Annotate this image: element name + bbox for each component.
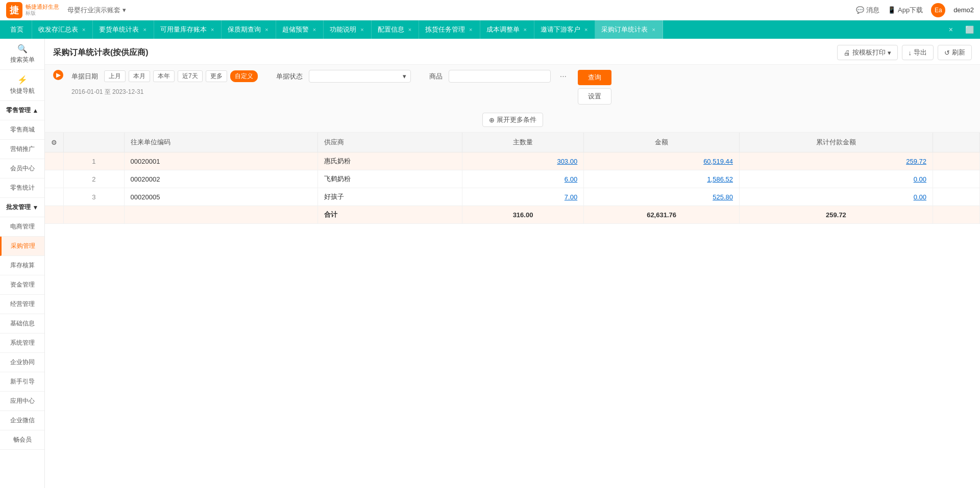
logo-area: 捷 畅捷通好生意 标版 bbox=[6, 2, 59, 18]
download-icon: 📱 bbox=[888, 6, 896, 14]
row-amount-1[interactable]: 60,519.44 bbox=[584, 152, 740, 170]
row-qty-3[interactable]: 7.00 bbox=[462, 188, 583, 206]
row-amount-2[interactable]: 1,586.52 bbox=[584, 170, 740, 188]
shortcut-7days[interactable]: 近7天 bbox=[178, 70, 203, 82]
col-settings[interactable]: ⚙ bbox=[45, 133, 64, 152]
tab-inventory-book[interactable]: 可用量库存账本 × bbox=[154, 20, 222, 39]
filter-left: 单据日期 上月 本月 本年 近7天 更多 自定义 单据状态 ▾ bbox=[71, 70, 570, 96]
footer-settings bbox=[45, 206, 64, 224]
row-paid-2[interactable]: 0.00 bbox=[739, 170, 933, 188]
query-buttons: 查询 设置 bbox=[578, 70, 611, 105]
data-table: ⚙ 往来单位编码 供应商 主数量 金额 累计付款金额 1 00020001 bbox=[45, 133, 980, 224]
query-button[interactable]: 查询 bbox=[578, 70, 611, 85]
close-tab-over-storage[interactable]: × bbox=[312, 25, 317, 34]
close-tab-func-desc[interactable]: × bbox=[359, 25, 364, 34]
message-icon: 💬 bbox=[856, 6, 864, 14]
sidebar-item-enterprise[interactable]: 企业协同 bbox=[0, 353, 44, 372]
sidebar-item-retail[interactable]: 零售管理 ▲ bbox=[0, 101, 44, 120]
close-tab-invite-downstream[interactable]: × bbox=[583, 25, 589, 34]
chevron-down-icon: ▾ bbox=[888, 49, 891, 57]
close-tab-inventory-book[interactable]: × bbox=[210, 25, 215, 34]
tab-purchase-summary[interactable]: 要货单统计表 × bbox=[93, 20, 154, 39]
row-code-1: 00020001 bbox=[124, 152, 317, 170]
refresh-button[interactable]: ↺ 刷新 bbox=[938, 45, 972, 60]
close-tab-pick-task[interactable]: × bbox=[468, 25, 473, 34]
tab-invite-downstream[interactable]: 邀请下游客户 × bbox=[534, 20, 595, 39]
template-print-button[interactable]: 🖨 按模板打印 ▾ bbox=[837, 45, 898, 60]
user-name[interactable]: demo2 bbox=[953, 6, 974, 14]
shortcut-this-month[interactable]: 本月 bbox=[129, 70, 150, 82]
sidebar-item-new-guide[interactable]: 新手引导 bbox=[0, 372, 44, 392]
close-tab-purchase-summary[interactable]: × bbox=[142, 25, 147, 34]
col-num-header bbox=[64, 133, 125, 152]
tab-pick-task[interactable]: 拣货任务管理 × bbox=[419, 20, 480, 39]
sidebar-item-retail-stats[interactable]: 零售统计 bbox=[0, 178, 44, 198]
sidebar-item-purchase[interactable]: 采购管理 bbox=[0, 237, 44, 256]
shortcut-this-year[interactable]: 本年 bbox=[153, 70, 175, 82]
tab-purchase-order-summary[interactable]: 采购订单统计表 × bbox=[595, 20, 663, 39]
expand-conditions-button[interactable]: ⊕ 展开更多条件 bbox=[482, 113, 543, 127]
export-button[interactable]: ↓ 导出 bbox=[902, 45, 934, 60]
tab-expiry-query[interactable]: 保质期查询 × bbox=[222, 20, 276, 39]
tab-over-storage[interactable]: 超储预警 × bbox=[276, 20, 324, 39]
goods-input[interactable] bbox=[449, 70, 551, 83]
row-paid-1[interactable]: 259.72 bbox=[739, 152, 933, 170]
row-num-2: 2 bbox=[64, 170, 125, 188]
sidebar-item-wholesale[interactable]: 批发管理 ▼ bbox=[0, 198, 44, 217]
row-paid-3[interactable]: 0.00 bbox=[739, 188, 933, 206]
close-tab-config-info[interactable]: × bbox=[407, 25, 412, 34]
shortcut-more[interactable]: 更多 bbox=[206, 70, 227, 82]
nav-tabs-end: × ⬜ bbox=[945, 23, 978, 36]
row-extra-2 bbox=[933, 170, 979, 188]
sidebar-item-inventory[interactable]: 库存核算 bbox=[0, 256, 44, 275]
close-tab-cost-adjust[interactable]: × bbox=[523, 25, 528, 34]
tab-home[interactable]: 首页 bbox=[2, 20, 32, 39]
sidebar-item-enterprise-wechat[interactable]: 企业微信 bbox=[0, 411, 44, 430]
tab-cost-adjust[interactable]: 成本调整单 × bbox=[480, 20, 534, 39]
collapse-button[interactable]: ▶ bbox=[53, 70, 63, 80]
nav-tabs: 首页 收发存汇总表 × 要货单统计表 × 可用量库存账本 × 保质期查询 × 超… bbox=[0, 20, 980, 39]
workspace-selector[interactable]: 母婴行业演示账套 ▾ bbox=[63, 4, 130, 17]
close-tab-receive-summary[interactable]: × bbox=[81, 25, 86, 34]
close-all-tabs-button[interactable]: × bbox=[945, 23, 957, 36]
app-download-action[interactable]: 📱 App下载 bbox=[888, 6, 923, 15]
footer-num bbox=[64, 206, 125, 224]
sidebar-item-system[interactable]: 系统管理 bbox=[0, 333, 44, 353]
tab-receive-summary[interactable]: 收发存汇总表 × bbox=[32, 20, 93, 39]
sidebar-item-member2[interactable]: 畅会员 bbox=[0, 430, 44, 450]
row-qty-2[interactable]: 6.00 bbox=[462, 170, 583, 188]
table-row: 1 00020001 惠氏奶粉 303.00 60,519.44 259.72 bbox=[45, 152, 980, 170]
table-row: 3 00020005 好孩子 7.00 525.80 0.00 bbox=[45, 188, 980, 206]
row-settings-1 bbox=[45, 152, 64, 170]
close-tab-purchase-order-summary[interactable]: × bbox=[651, 25, 656, 34]
sidebar-item-operations[interactable]: 经营管理 bbox=[0, 295, 44, 314]
close-tab-expiry-query[interactable]: × bbox=[264, 25, 269, 34]
sidebar-item-member[interactable]: 会员中心 bbox=[0, 159, 44, 178]
sidebar-item-app-center[interactable]: 应用中心 bbox=[0, 392, 44, 411]
row-amount-3[interactable]: 525.80 bbox=[584, 188, 740, 206]
restore-window-button[interactable]: ⬜ bbox=[961, 23, 978, 36]
more-options-button[interactable]: ··· bbox=[557, 71, 570, 82]
tab-func-desc[interactable]: 功能说明 × bbox=[324, 20, 371, 39]
status-select[interactable]: ▾ bbox=[309, 70, 411, 83]
page-header: 采购订单统计表(按供应商) 🖨 按模板打印 ▾ ↓ 导出 ↺ 刷新 bbox=[45, 39, 980, 65]
avatar[interactable]: Ea bbox=[931, 3, 945, 17]
sidebar-item-ecommerce[interactable]: 电商管理 bbox=[0, 217, 44, 237]
settings-button[interactable]: 设置 bbox=[578, 88, 611, 105]
footer-row: 合计 316.00 62,631.76 259.72 bbox=[45, 206, 980, 224]
sidebar-item-capital[interactable]: 资金管理 bbox=[0, 275, 44, 295]
sidebar-item-retail-shop[interactable]: 零售商城 bbox=[0, 120, 44, 140]
date-filter-label: 单据日期 bbox=[71, 72, 98, 81]
shortcut-last-month[interactable]: 上月 bbox=[104, 70, 126, 82]
col-supplier-header: 供应商 bbox=[317, 133, 462, 152]
table-footer: 合计 316.00 62,631.76 259.72 bbox=[45, 206, 980, 224]
sidebar-item-marketing[interactable]: 营销推广 bbox=[0, 140, 44, 159]
sidebar-item-search[interactable]: 🔍 搜索英单 bbox=[0, 39, 44, 70]
sidebar-item-basic-info[interactable]: 基础信息 bbox=[0, 314, 44, 333]
row-qty-1[interactable]: 303.00 bbox=[462, 152, 583, 170]
sidebar-item-quick-nav[interactable]: ⚡ 快捷导航 bbox=[0, 70, 44, 101]
chevron-icon: ▼ bbox=[33, 204, 39, 211]
shortcut-custom[interactable]: 自定义 bbox=[230, 70, 258, 82]
tab-config-info[interactable]: 配置信息 × bbox=[372, 20, 419, 39]
message-action[interactable]: 💬 消息 bbox=[856, 6, 879, 15]
